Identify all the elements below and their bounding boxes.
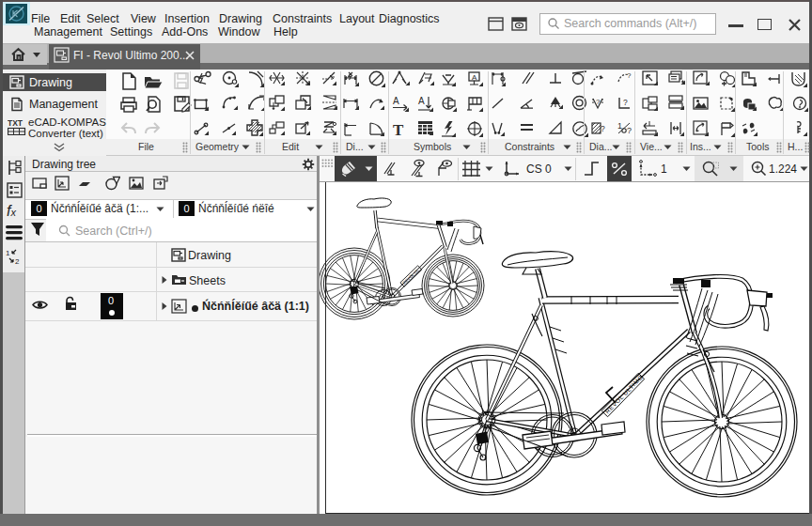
svg-text:1: 1 — [6, 249, 10, 257]
svg-text:A: A — [472, 73, 477, 82]
svg-text:?: ? — [596, 98, 601, 106]
svg-text:2: 2 — [15, 257, 20, 265]
svg-text:REVOL ULTIMO: REVOL ULTIMO — [603, 373, 644, 414]
svg-text:?: ? — [601, 124, 605, 133]
svg-text:1: 1 — [617, 121, 622, 131]
svg-text:?: ? — [623, 98, 628, 107]
svg-text:A: A — [393, 96, 399, 106]
svg-text:T: T — [393, 121, 404, 137]
svg-text:TXT: TXT — [8, 118, 23, 128]
svg-text:?: ? — [627, 71, 632, 80]
svg-text:A: A — [418, 96, 425, 106]
svg-text:?: ? — [627, 126, 632, 135]
svg-text:REVOL UL: REVOL UL — [402, 268, 421, 286]
